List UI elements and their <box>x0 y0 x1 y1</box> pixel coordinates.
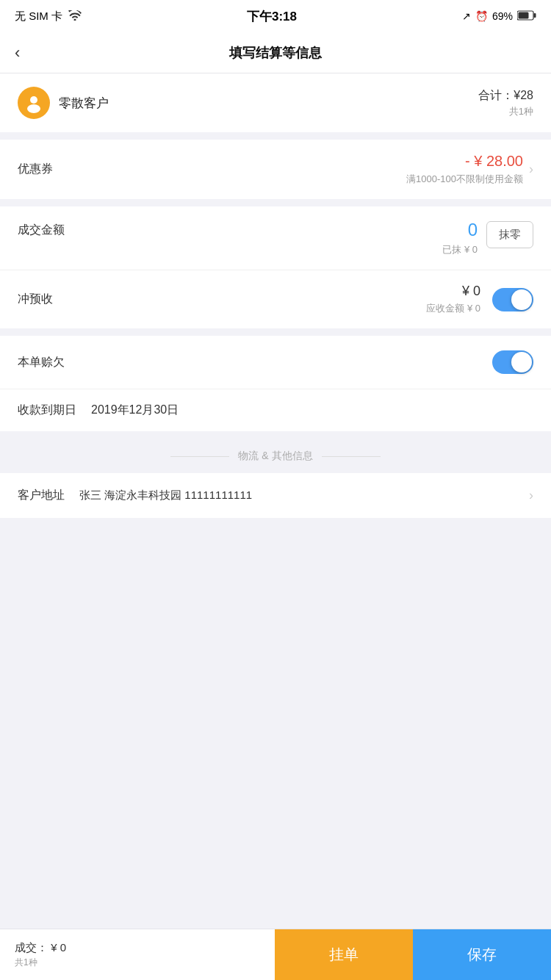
svg-rect-2 <box>518 12 528 18</box>
due-date-row: 收款到期日 2019年12月30日 <box>0 389 551 431</box>
signal-text: 无 SIM 卡 <box>15 10 62 24</box>
svg-rect-1 <box>533 13 536 18</box>
toggle-knob <box>511 289 532 310</box>
section-header-text: 物流 & 其他信息 <box>238 450 312 463</box>
address-row[interactable]: 客户地址 张三 海淀永丰科技园 11111111111 › <box>0 473 551 518</box>
hang-order-button[interactable]: 挂单 <box>275 929 413 981</box>
prepay-values: ¥ 0 应收金额 ¥ 0 <box>426 284 480 315</box>
address-value: 张三 海淀永丰科技园 11111111111 <box>79 489 529 502</box>
page-title: 填写结算等信息 <box>229 44 322 62</box>
deal-right: 0 已抹 ¥ 0 抹零 <box>442 220 533 256</box>
bottom-deal-amount: 成交： ¥ 0 <box>15 941 260 955</box>
customer-row: 零散客户 合计：¥28 共1种 <box>0 73 551 132</box>
due-date-value: 2019年12月30日 <box>91 403 179 418</box>
chevron-right-icon: › <box>529 162 533 177</box>
total-count: 共1种 <box>478 105 533 118</box>
status-right: ↗ ⏰ 69% <box>462 10 536 23</box>
coupon-description: 满1000-100不限制使用金额 <box>53 173 523 186</box>
address-label: 客户地址 <box>18 488 65 503</box>
svg-point-3 <box>30 96 37 104</box>
deal-value-block: 0 已抹 ¥ 0 <box>442 220 478 256</box>
due-date-label: 收款到期日 <box>18 403 76 418</box>
total-amount: 合计：¥28 <box>478 88 533 104</box>
coupon-row[interactable]: 优惠券 - ¥ 28.00 满1000-100不限制使用金额 › <box>0 140 551 199</box>
status-time: 下午3:18 <box>247 8 297 25</box>
prepay-right: ¥ 0 应收金额 ¥ 0 <box>426 284 533 315</box>
bottom-deal-count: 共1种 <box>15 956 260 969</box>
round-zero-button[interactable]: 抹零 <box>486 221 533 248</box>
coupon-discount: - ¥ 28.00 <box>53 153 523 170</box>
customer-total: 合计：¥28 共1种 <box>478 88 533 118</box>
alarm-icon: ⏰ <box>475 10 488 22</box>
debt-card: 本单赊欠 收款到期日 2019年12月30日 <box>0 336 551 431</box>
svg-point-4 <box>27 104 40 113</box>
deal-value: 0 <box>442 220 478 240</box>
prepay-amount: ¥ 0 <box>426 284 480 299</box>
avatar <box>18 87 50 119</box>
customer-name: 零散客户 <box>59 95 109 112</box>
battery-icon <box>517 10 536 23</box>
deal-amount-row: 成交金额 0 已抹 ¥ 0 抹零 <box>0 206 551 270</box>
prepay-label: 冲预收 <box>18 292 53 307</box>
logistics-section-header: 物流 & 其他信息 <box>0 439 551 473</box>
customer-info: 零散客户 <box>18 87 109 119</box>
deal-amount-label: 成交金额 <box>18 220 65 238</box>
debt-toggle-knob <box>511 352 532 372</box>
back-button[interactable]: ‹ <box>15 43 20 62</box>
debt-toggle[interactable] <box>492 350 533 374</box>
nav-bar: ‹ 填写结算等信息 <box>0 32 551 73</box>
debt-label: 本单赊欠 <box>18 355 65 370</box>
battery-percent: 69% <box>492 10 513 22</box>
prepay-toggle[interactable] <box>492 288 533 311</box>
deal-prepay-card: 成交金额 0 已抹 ¥ 0 抹零 冲预收 ¥ 0 应收金额 ¥ 0 <box>0 206 551 328</box>
coupon-label: 优惠券 <box>18 162 53 177</box>
customer-card: 零散客户 合计：¥28 共1种 <box>0 73 551 132</box>
bottom-info: 成交： ¥ 0 共1种 <box>0 941 275 969</box>
address-chevron-icon: › <box>529 488 533 503</box>
wifi-icon <box>68 10 82 23</box>
location-icon: ↗ <box>462 10 471 22</box>
status-bar: 无 SIM 卡 下午3:18 ↗ ⏰ 69% <box>0 0 551 32</box>
address-card: 客户地址 张三 海淀永丰科技园 11111111111 › <box>0 473 551 518</box>
status-left: 无 SIM 卡 <box>15 10 82 24</box>
bottom-bar: 成交： ¥ 0 共1种 挂单 保存 <box>0 929 551 980</box>
deal-erased: 已抹 ¥ 0 <box>442 243 478 256</box>
prepay-receivable: 应收金额 ¥ 0 <box>426 302 480 315</box>
save-button[interactable]: 保存 <box>413 929 551 981</box>
debt-row: 本单赊欠 <box>0 336 551 389</box>
coupon-card: 优惠券 - ¥ 28.00 满1000-100不限制使用金额 › <box>0 140 551 199</box>
prepay-row: 冲预收 ¥ 0 应收金额 ¥ 0 <box>0 270 551 328</box>
